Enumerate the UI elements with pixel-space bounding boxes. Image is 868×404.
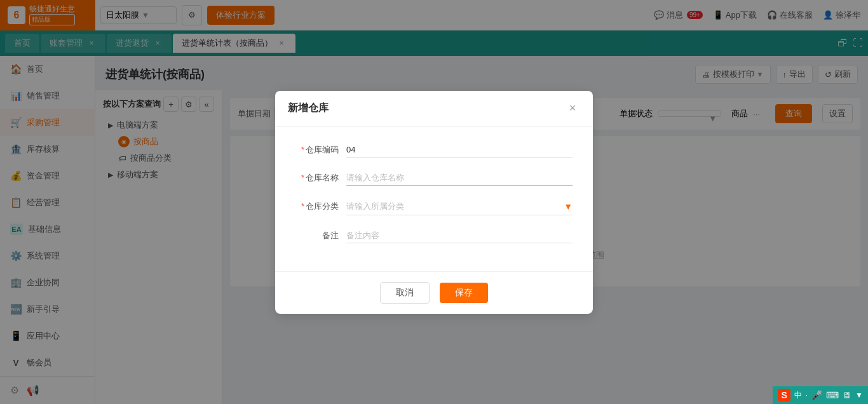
category-placeholder: 请输入所属分类 bbox=[346, 201, 564, 212]
note-input[interactable] bbox=[346, 228, 573, 243]
name-label: *仓库名称 bbox=[295, 172, 346, 184]
category-select[interactable]: 请输入所属分类 ▼ bbox=[346, 198, 573, 215]
category-dropdown-icon: ▼ bbox=[564, 201, 573, 212]
modal-overlay: 新增仓库 × *仓库编码 *仓库名称 *仓库分类 bbox=[0, 0, 868, 404]
category-label: *仓库分类 bbox=[295, 201, 346, 212]
form-row-category: *仓库分类 请输入所属分类 ▼ bbox=[295, 198, 573, 215]
category-required-star: * bbox=[301, 201, 304, 211]
modal-close-button[interactable]: × bbox=[565, 101, 580, 116]
name-input[interactable] bbox=[346, 170, 573, 185]
monitor-icon: 🖥 bbox=[843, 390, 851, 400]
code-label: *仓库编码 bbox=[295, 144, 346, 156]
note-label: 备注 bbox=[295, 230, 346, 241]
modal-footer: 取消 保存 bbox=[275, 271, 593, 314]
modal-body: *仓库编码 *仓库名称 *仓库分类 请输入所属分类 ▼ bbox=[275, 127, 593, 271]
modal-header: 新增仓库 × bbox=[275, 91, 593, 127]
name-required-star: * bbox=[301, 173, 304, 182]
form-row-note: 备注 bbox=[295, 228, 573, 243]
modal-new-warehouse: 新增仓库 × *仓库编码 *仓库名称 *仓库分类 bbox=[275, 91, 593, 314]
brand-s-icon: S bbox=[778, 389, 790, 401]
code-required-star: * bbox=[301, 145, 304, 154]
dot-icon: · bbox=[806, 391, 808, 400]
bottom-status-bar: S 中 · 🎤 ⌨ 🖥 ▼ bbox=[773, 386, 868, 404]
form-row-name: *仓库名称 bbox=[295, 170, 573, 185]
mic-icon: 🎤 bbox=[811, 390, 822, 400]
chinese-label: 中 bbox=[794, 390, 802, 401]
code-input[interactable] bbox=[346, 142, 573, 158]
cancel-button[interactable]: 取消 bbox=[380, 282, 430, 304]
save-button[interactable]: 保存 bbox=[440, 283, 488, 303]
expand-icon: ▼ bbox=[855, 391, 863, 400]
form-row-code: *仓库编码 bbox=[295, 142, 573, 158]
keyboard-icon: ⌨ bbox=[826, 390, 839, 400]
modal-title: 新增仓库 bbox=[288, 102, 329, 115]
